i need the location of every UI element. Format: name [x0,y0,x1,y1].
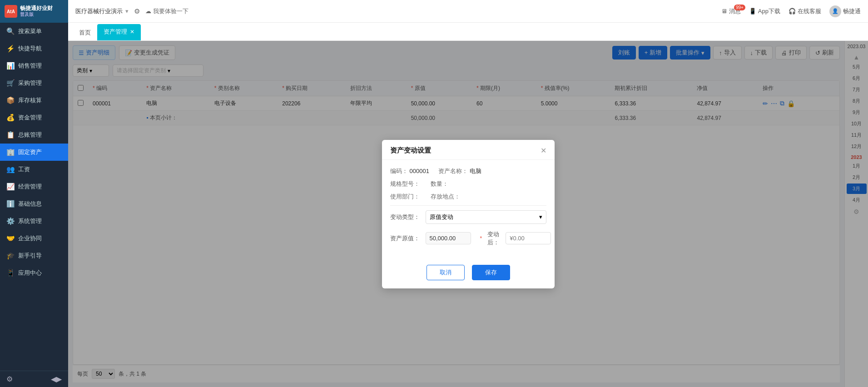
guide-icon: 🎓 [6,252,15,260]
sidebar-item-quicknav[interactable]: ⚡ 快捷导航 [0,40,68,57]
tab-home[interactable]: 首页 [73,25,97,40]
basic-info-icon: ℹ️ [6,200,15,208]
notification-badge: 99+ [734,5,745,10]
online-service-link[interactable]: 🎧 在线客服 [789,7,821,15]
settings-icon[interactable]: ⚙ [6,375,13,383]
dialog-close-button[interactable]: ✕ [541,146,546,155]
user-avatar: 👤 [829,5,841,17]
sales-icon: 📊 [6,62,15,70]
tab-asset-management[interactable]: 资产管理 ✕ [97,24,141,40]
dialog-info-row-1: 编码： 000001 资产名称： 电脑 [390,167,546,175]
main-area: 医疗器械行业演示 ▾ ⚙ ☁ 我要体验一下 🖥 消息 99+ 📱 App下载 🎧… [68,0,868,387]
after-change-input[interactable] [506,232,551,244]
sidebar-item-fixed-assets[interactable]: 🏢 固定资产 [0,144,68,161]
sidebar-nav: 🔍 搜索菜单 ⚡ 快捷导航 📊 销售管理 🛒 采购管理 📦 库存核算 💰 资金管… [0,23,68,371]
company-name: 医疗器械行业演示 [75,7,123,15]
ledger-icon: 📋 [6,131,15,139]
sidebar-item-ledger[interactable]: 📋 总账管理 [0,126,68,144]
dialog-location-item: 存放地点： [431,193,462,201]
sidebar-item-cooperation[interactable]: 🤝 企业协同 [0,230,68,247]
logo-icon: AtA [5,5,17,18]
sidebar-item-payroll[interactable]: 👥 工资 [0,161,68,178]
topbar-right: 🖥 消息 99+ 📱 App下载 🎧 在线客服 👤 畅捷通 [721,5,861,17]
sidebar-item-finance[interactable]: 💰 资金管理 [0,109,68,126]
sidebar-item-guide[interactable]: 🎓 新手引导 [0,247,68,264]
cancel-button[interactable]: 取消 [427,265,465,280]
search-icon: 🔍 [6,27,15,35]
sidebar-item-operations[interactable]: 📈 经营管理 [0,178,68,195]
sidebar-item-system[interactable]: ⚙️ 系统管理 [0,213,68,230]
sidebar-item-inventory[interactable]: 📦 库存核算 [0,92,68,109]
dialog-department-item: 使用部门： [390,193,422,201]
dialog-body: 编码： 000001 资产名称： 电脑 规格型号： [382,160,555,260]
change-type-dropdown-icon: ▾ [539,213,542,220]
collapse-icon[interactable]: ◀▶ [51,375,62,383]
change-type-select[interactable]: 原值变动 ▾ [426,210,546,224]
notification-icon: 🖥 [721,8,727,15]
tab-bar: 首页 资产管理 ✕ [68,23,868,41]
settings-gear-icon[interactable]: ⚙ [134,7,140,15]
appstore-icon: 📱 [6,269,15,277]
sidebar-item-search[interactable]: 🔍 搜索菜单 [0,23,68,40]
tab-close-icon[interactable]: ✕ [130,29,134,35]
user-menu[interactable]: 👤 畅捷通 [829,5,861,17]
notification-button[interactable]: 🖥 消息 99+ [721,7,741,15]
topbar: 医疗器械行业演示 ▾ ⚙ ☁ 我要体验一下 🖥 消息 99+ 📱 App下载 🎧… [68,0,868,23]
experience-link[interactable]: ☁ 我要体验一下 [145,7,188,15]
asset-change-dialog: 资产变动设置 ✕ 编码： 000001 资产名称： 电脑 [382,140,555,288]
payroll-icon: 👥 [6,165,15,174]
app-version: 普及版 [20,11,53,18]
sidebar: AtA 畅捷通好业财 普及版 🔍 搜索菜单 ⚡ 快捷导航 📊 销售管理 🛒 采购… [0,0,68,387]
company-dropdown-icon: ▾ [125,8,129,15]
dialog-name-item: 资产名称： 电脑 [438,167,481,175]
sidebar-footer: ⚙ ◀▶ [0,371,68,387]
modal-overlay: 资产变动设置 ✕ 编码： 000001 资产名称： 电脑 [68,41,868,387]
experience-cloud-icon: ☁ [145,8,151,15]
original-value-display: 50,000.00 [426,232,471,244]
quicknav-icon: ⚡ [6,45,15,53]
content-area: ☰ 资产明细 📝 变更生成凭证 刘账 + 新增 [68,41,868,387]
dialog-title: 资产变动设置 [390,146,431,155]
dialog-quantity-item: 数量： [431,180,450,188]
sidebar-header: AtA 畅捷通好业财 普及版 [0,0,68,23]
sidebar-item-basic-info[interactable]: ℹ️ 基础信息 [0,195,68,213]
dialog-actions: 取消 保存 [382,260,555,288]
purchase-icon: 🛒 [6,79,15,87]
after-change-label: 变动后： [487,230,499,247]
cooperation-icon: 🤝 [6,234,15,243]
sidebar-item-sales[interactable]: 📊 销售管理 [0,57,68,74]
phone-icon: 📱 [749,8,756,15]
inventory-icon: 📦 [6,96,15,104]
save-button[interactable]: 保存 [472,265,510,280]
system-icon: ⚙️ [6,217,15,225]
finance-icon: 💰 [6,114,15,122]
app-title: 畅捷通好业财 [20,5,53,11]
fixed-assets-icon: 🏢 [6,148,15,156]
dialog-code-item: 编码： 000001 [390,167,429,175]
dialog-header: 资产变动设置 ✕ [382,140,555,160]
sidebar-item-appstore[interactable]: 📱 应用中心 [0,264,68,282]
company-selector[interactable]: 医疗器械行业演示 ▾ [75,7,129,15]
change-type-row: 变动类型： 原值变动 ▾ [390,210,546,224]
dialog-spec-item: 规格型号： [390,180,422,188]
operations-icon: 📈 [6,183,15,191]
required-star: * [480,235,482,242]
sidebar-item-purchase[interactable]: 🛒 采购管理 [0,74,68,92]
value-row: 资产原值： 50,000.00 * 变动后： [390,230,546,247]
headset-icon: 🎧 [789,8,796,15]
app-download-link[interactable]: 📱 App下载 [749,7,780,15]
dialog-info-row-2: 规格型号： 数量： [390,180,546,188]
dialog-info-row-3: 使用部门： 存放地点： [390,193,546,201]
